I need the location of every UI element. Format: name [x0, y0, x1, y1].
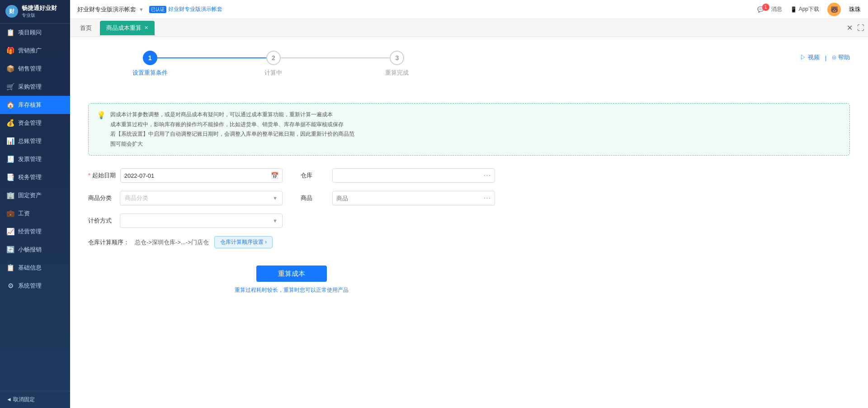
sidebar-item-accounting[interactable]: 📊 总账管理 — [0, 132, 70, 150]
step-2-label: 计算中 — [264, 69, 282, 77]
sidebar-item-finance[interactable]: 💰 资金管理 — [0, 114, 70, 132]
sidebar-logo: 财 畅捷通好业财 专业版 — [0, 0, 70, 24]
sidebar-item-purchase[interactable]: 🛒 采购管理 — [0, 78, 70, 96]
sidebar-item-system[interactable]: ⚙ 系统管理 — [0, 277, 70, 295]
pricing-arrow-icon: ▼ — [273, 218, 278, 223]
user-avatar[interactable]: 🐻 — [827, 3, 841, 16]
project-icon: 📋 — [6, 28, 14, 37]
finance-icon: 💰 — [6, 119, 14, 127]
sidebar-item-expense[interactable]: 🔄 小畅报销 — [0, 241, 70, 259]
info-icon: 💡 — [97, 111, 106, 149]
app-download-button[interactable]: 📱 App下载 — [790, 5, 819, 13]
sidebar-item-label: 基础信息 — [18, 264, 42, 272]
app-download-icon: 📱 — [790, 6, 797, 13]
expand-window-button[interactable]: ⛶ — [857, 24, 864, 32]
goods-input-wrapper[interactable]: ··· — [332, 191, 495, 205]
account-selector[interactable]: 好业财专业版演示帐套 ▼ — [77, 5, 144, 14]
message-button[interactable]: 💬 1 消息 — [757, 5, 782, 13]
tab-recalc-label: 商品成本重算 — [106, 24, 142, 32]
step-1-circle: 1 — [143, 51, 157, 65]
warehouse-input[interactable] — [336, 172, 482, 179]
bottom-actions: 重算成本 重算过程耗时较长，重算时您可以正常使用产品 — [88, 266, 495, 294]
user-name: 珠珠 — [849, 5, 861, 14]
sidebar-item-label: 销售管理 — [18, 65, 42, 73]
sidebar-item-sales[interactable]: 📦 销售管理 — [0, 60, 70, 78]
sidebar-item-payroll[interactable]: 💼 工资 — [0, 204, 70, 223]
sidebar-item-operation[interactable]: 📈 经营管理 — [0, 223, 70, 241]
calendar-icon[interactable]: 📅 — [271, 172, 278, 179]
tabbar: 首页 商品成本重算 ✕ ✕ ⛶ — [70, 19, 868, 37]
step-2-line — [274, 57, 397, 58]
sidebar-item-label: 经营管理 — [18, 228, 42, 236]
info-line-3: 若【系统设置】中启用了自动调整记账日期时，会调整入库单的整单记账日期，因此重新计… — [110, 129, 354, 139]
sidebar-item-invoice[interactable]: 🧾 发票管理 — [0, 150, 70, 168]
pricing-row: 计价方式 ▼ — [88, 213, 283, 228]
goods-more-icon[interactable]: ··· — [484, 194, 491, 202]
category-select[interactable]: 商品分类 ▼ — [120, 191, 283, 205]
verified-account-name: 好业财专业版演示帐套 — [168, 5, 222, 13]
account-arrow-icon: ▼ — [139, 7, 144, 12]
info-text: 因成本计算参数调整，或是对商品成本有疑问时，可以通过成本重算功能，重新计算一遍成… — [110, 110, 354, 149]
info-line-1: 因成本计算参数调整，或是对商品成本有疑问时，可以通过成本重算功能，重新计算一遍成… — [110, 110, 354, 120]
pricing-select[interactable]: ▼ — [120, 213, 283, 228]
assets-icon: 🏢 — [6, 191, 14, 199]
steps: 1 设置重算条件 2 计算中 3 重算完成 — [88, 51, 459, 77]
warehouse-row: 仓库 ··· — [301, 168, 495, 183]
topbar: 好业财专业版演示帐套 ▼ 已认证 好业财专业版演示帐套 💬 1 消息 📱 App… — [70, 0, 868, 19]
app-download-label: App下载 — [799, 5, 819, 13]
help-btn[interactable]: ⊙ 帮助 — [832, 53, 850, 62]
category-label: 商品分类 — [88, 194, 115, 202]
warehouse-seq-row: 仓库计算顺序： 总仓->深圳仓库->...->门店仓 仓库计算顺序设置 › — [88, 236, 495, 248]
goods-input[interactable] — [336, 195, 482, 202]
step-3-circle: 3 — [390, 51, 404, 65]
sidebar-item-label: 营销推广 — [18, 47, 42, 55]
main-area: 好业财专业版演示帐套 ▼ 已认证 好业财专业版演示帐套 💬 1 消息 📱 App… — [70, 0, 868, 408]
tab-close-icon[interactable]: ✕ — [144, 25, 148, 31]
start-date-row: 起始日期 📅 — [88, 168, 283, 183]
sidebar-item-label: 小畅报销 — [18, 246, 42, 254]
pricing-label: 计价方式 — [88, 217, 115, 225]
message-label: 消息 — [771, 5, 782, 13]
tax-icon: 📑 — [6, 173, 14, 181]
info-line-2: 成本重算过程中，影响库存账的操作均不能操作，比如进货单、销货单、库存单据不能审核… — [110, 120, 354, 130]
sidebar-item-assets[interactable]: 🏢 固定资产 — [0, 186, 70, 204]
avatar-image: 🐻 — [830, 6, 838, 13]
system-icon: ⚙ — [6, 282, 14, 290]
payroll-icon: 💼 — [6, 209, 14, 218]
info-box: 💡 因成本计算参数调整，或是对商品成本有疑问时，可以通过成本重算功能，重新计算一… — [88, 103, 850, 156]
tab-recalc[interactable]: 商品成本重算 ✕ — [100, 21, 155, 35]
topbar-right: 💬 1 消息 📱 App下载 🐻 珠珠 — [757, 3, 861, 16]
form: 起始日期 📅 仓库 ··· 商品分类 商品分类 ▼ — [88, 168, 495, 294]
close-window-button[interactable]: ✕ — [847, 24, 853, 32]
warehouse-seq-btn[interactable]: 仓库计算顺序设置 › — [214, 236, 273, 248]
sidebar-item-label: 税务管理 — [18, 173, 42, 181]
step-3-label: 重算完成 — [385, 69, 409, 77]
logo-subtitle: 专业版 — [22, 12, 57, 19]
verified-badge: 已认证 好业财专业版演示帐套 — [149, 5, 222, 13]
category-placeholder: 商品分类 — [125, 194, 148, 202]
sidebar-item-tax[interactable]: 📑 税务管理 — [0, 168, 70, 186]
sidebar-unpin[interactable]: ◄ 取消固定 — [0, 391, 70, 408]
invoice-icon: 🧾 — [6, 155, 14, 163]
sidebar-item-marketing[interactable]: 🎁 营销推广 — [0, 42, 70, 60]
recalc-button[interactable]: 重算成本 — [256, 266, 327, 282]
accounting-icon: 📊 — [6, 137, 14, 145]
sidebar-item-label: 系统管理 — [18, 282, 42, 290]
step-2-circle: 2 — [266, 51, 281, 65]
warehouse-more-icon[interactable]: ··· — [484, 171, 491, 180]
sidebar-item-label: 项目顾问 — [18, 28, 42, 37]
basic-icon: 📋 — [6, 264, 14, 272]
info-line-4: 围可能会扩大 — [110, 139, 354, 149]
start-date-input-wrapper[interactable]: 📅 — [120, 168, 283, 183]
start-date-input[interactable] — [124, 172, 269, 179]
sidebar-item-project[interactable]: 📋 项目顾问 — [0, 24, 70, 42]
sidebar-item-basic[interactable]: 📋 基础信息 — [0, 259, 70, 277]
start-date-label: 起始日期 — [88, 171, 116, 180]
sidebar-item-label: 工资 — [18, 209, 30, 218]
tab-home[interactable]: 首页 — [74, 21, 98, 35]
sidebar-item-label: 库存核算 — [18, 101, 42, 109]
video-btn[interactable]: ▷ 视频 — [800, 53, 820, 62]
marketing-icon: 🎁 — [6, 47, 14, 55]
sidebar-item-inventory[interactable]: 🏠 库存核算 — [0, 96, 70, 114]
warehouse-input-wrapper[interactable]: ··· — [332, 168, 495, 183]
